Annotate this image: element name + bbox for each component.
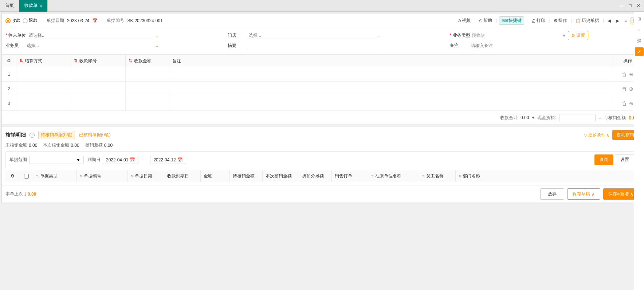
minimize-button[interactable]: — xyxy=(619,2,626,9)
row-2-settle[interactable] xyxy=(16,82,71,96)
uncancelled-value: 0.00 xyxy=(29,143,37,148)
setting-button[interactable]: ⚙ 设置 xyxy=(568,31,588,40)
bth-gear[interactable]: ⚙ xyxy=(5,170,20,182)
row-2-account[interactable] xyxy=(71,82,126,96)
right-panel-link-icon[interactable]: ⛓ xyxy=(635,36,644,45)
save-draft-button[interactable]: 保存草稿 ∧ xyxy=(567,188,600,200)
th-gear[interactable]: ⚙ xyxy=(2,55,16,67)
row-1-account[interactable] xyxy=(71,67,126,81)
row-1-settle[interactable] xyxy=(16,67,71,81)
row-2-remark[interactable] xyxy=(169,82,613,96)
tab-done[interactable]: 已核销单据(0笔) xyxy=(76,131,113,139)
staff-input[interactable] xyxy=(25,42,153,49)
bth-recv-date: 收款到期日 xyxy=(164,170,201,182)
discount-label: 现金折扣: xyxy=(537,115,556,121)
tab-receipt[interactable]: 收款单 × xyxy=(19,0,48,12)
available-label: 可核销金额 xyxy=(604,115,626,121)
discount-input[interactable] xyxy=(559,114,596,121)
total-label: 收款合计 xyxy=(500,115,518,121)
bth-this: 本次核销金额 xyxy=(263,170,299,182)
nav-prev-icon[interactable]: ◀ xyxy=(606,17,612,24)
bth-disc: 折扣分摊额 xyxy=(299,170,332,182)
tab-pending[interactable]: 待核销单据(0笔) xyxy=(38,131,75,139)
more-conditions-btn[interactable]: ▽ 更多条件 ∧ xyxy=(584,132,609,138)
row-3-remark[interactable] xyxy=(169,96,613,110)
info-icon[interactable]: ℹ xyxy=(24,192,26,197)
shop-more-icon[interactable]: ··· xyxy=(376,33,381,39)
close-tab-icon[interactable]: × xyxy=(40,3,42,8)
right-panel-expand-icon[interactable]: ⤢ xyxy=(635,47,644,56)
print-action[interactable]: 🖨 打印 xyxy=(530,17,547,24)
counterpart-more-icon[interactable]: ··· xyxy=(154,33,158,39)
window-close-button[interactable]: ✕ xyxy=(635,2,642,9)
operate-action[interactable]: ⚙ 操作 xyxy=(552,17,569,24)
copy-icon[interactable]: ⊕ xyxy=(629,71,633,77)
receipt-radio-label: 收款 xyxy=(12,17,20,24)
writeoff-stats: 未核销金额 0.00 本次核销金额 0.00 核销差额 0.00 xyxy=(5,142,639,148)
maximize-button[interactable]: □ xyxy=(627,2,634,9)
sort-icon: ⇅ xyxy=(422,174,425,178)
bth-amount: 金额 xyxy=(201,170,230,182)
row-3-settle[interactable] xyxy=(16,96,71,110)
biz-type-select[interactable]: 预收款 ▼ xyxy=(472,32,566,39)
delete-icon[interactable]: 🗑 xyxy=(622,101,627,106)
counterpart-input[interactable] xyxy=(27,32,153,39)
nav-list-icon[interactable]: ≡ xyxy=(623,17,628,24)
copy-icon[interactable]: ⊕ xyxy=(629,86,633,92)
help-action[interactable]: ⊙ 帮助 xyxy=(478,17,494,24)
video-action[interactable]: ⊙ 视频 xyxy=(456,17,472,24)
operate-label: 操作 xyxy=(558,17,567,24)
sort-icon: ⇅ xyxy=(80,174,83,178)
filter-settings-button[interactable]: 设置 xyxy=(615,154,635,165)
summary-input[interactable] xyxy=(247,42,381,49)
bottom-table-header: ⚙ ⇅ 单据类型 ⇅ 单据编号 ⇅ 单据日期 收款到期日 金额 xyxy=(5,170,639,182)
bill-date-value: 2023-03-24 xyxy=(67,18,89,23)
table-row: 2 🗑 ⊕ xyxy=(2,82,642,96)
draft-dropdown-icon: ∧ xyxy=(592,192,595,197)
due-date-label: 到期日 xyxy=(87,157,101,163)
shop-input[interactable] xyxy=(247,32,375,39)
th-settle: ⇅ 结算方式 xyxy=(16,55,71,67)
history-label: 历史单据 xyxy=(582,17,599,24)
bth-date: ⇅ 单据日期 xyxy=(128,170,164,182)
select-all-checkbox[interactable] xyxy=(24,174,29,179)
shortcut-action[interactable]: ⌨ 快捷键 xyxy=(499,16,524,25)
row-3-amount[interactable] xyxy=(126,96,169,110)
right-panel-grid-icon[interactable]: ⊞ xyxy=(635,15,644,23)
right-panel-list-icon[interactable]: ≡ xyxy=(635,26,644,34)
sort-icon: ⇅ xyxy=(131,174,134,178)
bth-company: ⇅ 往来单位名称 xyxy=(368,170,419,182)
save-new-button[interactable]: 保存&新增 ∧ xyxy=(603,188,639,200)
chevron-up-icon: ∧ xyxy=(606,133,609,138)
nav-next-icon[interactable]: ▶ xyxy=(614,17,621,24)
prev-label: 本单上次 xyxy=(5,191,23,197)
query-button[interactable]: 查询 xyxy=(594,154,613,165)
history-action[interactable]: 📋 历史单据 xyxy=(574,17,601,24)
remark-label: 备注 xyxy=(450,43,468,49)
date-end-picker[interactable]: 2022-04-12 📅 xyxy=(150,156,186,164)
delete-icon[interactable]: 🗑 xyxy=(622,86,627,92)
tab-bar: 首页 收款单 × — □ ✕ xyxy=(0,0,644,12)
row-1-idx: 1 xyxy=(2,67,16,81)
row-1-amount[interactable] xyxy=(126,67,169,81)
row-3-account[interactable] xyxy=(71,96,126,110)
range-select[interactable]: ▼ xyxy=(29,156,84,164)
receipt-radio[interactable]: 收款 xyxy=(5,17,20,24)
row-2-amount[interactable] xyxy=(126,82,169,96)
discard-button[interactable]: 放弃 xyxy=(540,188,564,200)
tab-home[interactable]: 首页 xyxy=(0,0,19,12)
diff-value: 0.00 xyxy=(104,143,113,148)
delete-icon[interactable]: 🗑 xyxy=(622,71,627,77)
refund-radio[interactable]: 退款 xyxy=(23,17,38,24)
shop-field: 门店 ··· xyxy=(228,32,381,39)
calendar-icon[interactable]: 📅 xyxy=(92,18,98,23)
staff-label: 业务员 xyxy=(5,43,24,49)
info-icon[interactable]: ℹ xyxy=(30,133,35,138)
staff-more-icon[interactable]: ··· xyxy=(154,43,158,49)
form-area: 往来单位 ··· 门店 ··· 业务类型 预收款 ▼ ⚙ 设置 xyxy=(2,28,642,55)
remark-input[interactable] xyxy=(470,42,588,49)
copy-icon[interactable]: ⊕ xyxy=(629,101,633,106)
th-remark: 备注 xyxy=(169,55,613,67)
date-start-picker[interactable]: 2022-04-01 📅 xyxy=(103,156,138,164)
row-1-remark[interactable] xyxy=(169,67,613,81)
